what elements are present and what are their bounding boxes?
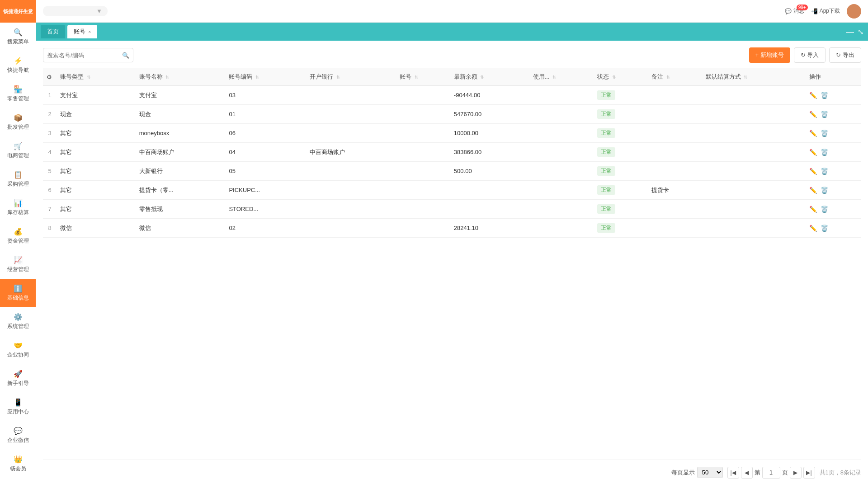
edit-icon[interactable]: ✏️ [809,92,817,99]
cell-default-settlement [702,143,806,162]
page-number-input[interactable] [762,467,780,479]
sidebar-item-member[interactable]: 👑 畅会员 [0,450,36,478]
page-total: 共1页，8条记录 [820,469,861,477]
app-logo: 畅捷通好生意 [0,0,36,23]
edit-icon[interactable]: ✏️ [809,187,817,194]
edit-icon[interactable]: ✏️ [809,206,817,213]
edit-icon[interactable]: ✏️ [809,111,817,118]
account-search-input[interactable] [47,52,119,59]
sidebar-item-wechat[interactable]: 💬 企业微信 [0,421,36,450]
cell-usage [529,86,594,105]
cell-remark [648,105,702,124]
th-settings[interactable]: ⚙ [43,68,57,86]
cell-bank [306,105,396,124]
th-status[interactable]: 状态 ⇅ [594,68,648,86]
th-default-settlement[interactable]: 默认结算方式 ⇅ [702,68,806,86]
sidebar-item-operations[interactable]: 📈 经营管理 [0,250,36,279]
prev-page-button[interactable]: ◀ [741,467,753,479]
sidebar-item-search[interactable]: 🔍 搜索菜单 [0,23,36,51]
cell-default-settlement [702,105,806,124]
cell-remark [648,124,702,143]
cell-num: 8 [43,219,57,238]
delete-icon[interactable]: 🗑️ [821,130,828,137]
delete-icon[interactable]: 🗑️ [821,225,828,232]
topbar-search-input[interactable] [48,8,94,14]
table-header: ⚙ 账号类型 ⇅ 账号名称 ⇅ 账号编码 ⇅ 开户银行 ⇅ 账号 ⇅ 最新余额 … [43,68,861,86]
delete-icon[interactable]: 🗑️ [821,206,828,213]
sidebar-item-label: 新手引导 [7,380,29,387]
th-account-name[interactable]: 账号名称 ⇅ [136,68,226,86]
th-usage[interactable]: 使用... ⇅ [529,68,594,86]
cell-num: 6 [43,181,57,200]
cell-actions: ✏️ 🗑️ [806,105,861,124]
per-page-label: 每页显示 [671,469,695,477]
sidebar-item-label: 企业协同 [7,351,29,359]
user-avatar[interactable] [847,4,861,19]
finance-icon: 💰 [14,227,23,236]
per-page-select[interactable]: 50 100 [697,467,723,478]
account-search-box[interactable]: 🔍 [43,48,133,62]
cell-bank [306,162,396,181]
cell-num: 1 [43,86,57,105]
delete-icon[interactable]: 🗑️ [821,187,828,194]
purchase-icon: 📋 [14,170,23,179]
cell-num: 5 [43,162,57,181]
delete-icon[interactable]: 🗑️ [821,168,828,175]
edit-icon[interactable]: ✏️ [809,130,817,137]
message-badge: 99+ [797,5,808,10]
th-account-code[interactable]: 账号编码 ⇅ [225,68,306,86]
th-balance[interactable]: 最新余额 ⇅ [450,68,529,86]
table-row: 2 现金 现金 01 547670.00 正常 ✏️ 🗑️ [43,105,861,124]
th-account-type[interactable]: 账号类型 ⇅ [57,68,136,86]
export-button[interactable]: ↻ 导出 [829,47,861,63]
edit-icon[interactable]: ✏️ [809,225,817,232]
cell-default-settlement [702,200,806,219]
th-bank[interactable]: 开户银行 ⇅ [306,68,396,86]
sidebar-item-ecommerce[interactable]: 🛒 电商管理 [0,136,36,165]
download-label: App下载 [820,7,840,15]
ecommerce-icon: 🛒 [14,142,23,150]
sidebar-item-purchase[interactable]: 📋 采购管理 [0,165,36,193]
cell-bank: 中百商场账户 [306,143,396,162]
sidebar-item-retail[interactable]: 🏪 零售管理 [0,80,36,108]
tab-close-icon[interactable]: × [88,29,91,34]
search-icon[interactable]: 🔍 [122,52,129,59]
sidebar-item-system[interactable]: ⚙️ 系统管理 [0,307,36,336]
th-remark[interactable]: 备注 ⇅ [648,68,702,86]
sidebar-item-quicknav[interactable]: ⚡ 快捷导航 [0,51,36,80]
th-account-num[interactable]: 账号 ⇅ [396,68,450,86]
cell-bank [306,219,396,238]
cell-type: 现金 [57,105,136,124]
sidebar-item-guide[interactable]: 🚀 新手引导 [0,364,36,393]
message-button[interactable]: 💬 消息 99+ [785,7,804,15]
message-icon: 💬 [785,8,792,14]
edit-icon[interactable]: ✏️ [809,149,817,156]
tab-minimize-icon[interactable]: — [846,27,854,37]
cell-code: STORED... [225,200,306,219]
first-page-button[interactable]: |◀ [727,467,739,479]
sidebar-item-label: 电商管理 [7,152,29,160]
tab-account[interactable]: 账号 × [67,25,97,38]
topbar-search-box[interactable]: ▼ [43,6,108,16]
sidebar-item-basic-info[interactable]: ℹ️ 基础信息 [0,279,36,307]
delete-icon[interactable]: 🗑️ [821,111,828,118]
tab-home[interactable]: 首页 [41,25,65,38]
add-account-button[interactable]: + 新增账号 [749,47,790,63]
sidebar-item-finance[interactable]: 💰 资金管理 [0,222,36,250]
next-page-button[interactable]: ▶ [790,467,802,479]
tab-expand-icon[interactable]: ⤡ [858,28,863,36]
last-page-button[interactable]: ▶| [803,467,815,479]
sidebar-item-wholesale[interactable]: 📦 批发管理 [0,108,36,136]
sidebar-item-appcenter[interactable]: 📱 应用中心 [0,393,36,421]
import-button[interactable]: ↻ 导入 [794,47,826,63]
edit-icon[interactable]: ✏️ [809,168,817,175]
cell-balance: 28241.10 [450,219,529,238]
sidebar-item-collab[interactable]: 🤝 企业协同 [0,336,36,364]
delete-icon[interactable]: 🗑️ [821,149,828,156]
cell-account [396,143,450,162]
delete-icon[interactable]: 🗑️ [821,92,828,99]
app-download-button[interactable]: 📲 App下载 [811,7,840,15]
cell-actions: ✏️ 🗑️ [806,143,861,162]
cell-num: 3 [43,124,57,143]
sidebar-item-inventory[interactable]: 📊 库存核算 [0,193,36,222]
